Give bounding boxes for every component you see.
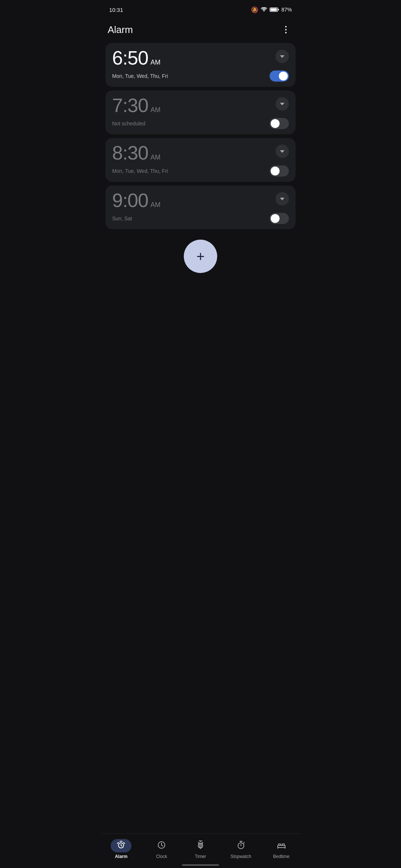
alarm-card-2-top: 7:30 AM: [112, 96, 289, 115]
alarm-expand-btn-2[interactable]: [276, 97, 289, 111]
alarm-toggle-4[interactable]: [270, 213, 289, 224]
nav-item-stopwatch[interactable]: Stopwatch: [227, 838, 255, 861]
bedtime-icon: [277, 841, 286, 851]
nav-timer-icon-wrap: [192, 839, 209, 852]
home-indicator: [182, 864, 219, 866]
nav-clock-icon-wrap: [153, 839, 170, 852]
nav-clock-label: Clock: [156, 854, 167, 859]
alarm-toggle-1[interactable]: [270, 70, 289, 82]
alarm-days-1: Mon, Tue, Wed, Thu, Fri: [112, 73, 168, 79]
wifi-icon: [261, 7, 267, 12]
alarm-time-row-2: 7:30 AM: [112, 96, 160, 115]
timer-icon: [196, 841, 205, 851]
alarm-time-row-4: 9:00 AM: [112, 191, 160, 210]
chevron-down-icon-4: [280, 198, 284, 200]
alarm-time-3: 8:30: [112, 143, 148, 162]
alarm-toggle-2[interactable]: [270, 118, 289, 129]
alarm-ampm-1: AM: [150, 59, 160, 66]
nav-item-alarm[interactable]: Alarm: [107, 838, 135, 861]
toggle-thumb-3: [271, 167, 280, 175]
alarm-expand-btn-1[interactable]: [276, 50, 289, 63]
alarm-card-4: 9:00 AM Sun, Sat: [105, 185, 296, 229]
alarm-card-1-bottom: Mon, Tue, Wed, Thu, Fri: [112, 70, 289, 82]
battery-percent: 87%: [281, 7, 292, 13]
svg-rect-8: [278, 844, 281, 845]
add-alarm-button[interactable]: +: [184, 240, 217, 273]
alarm-icon: [117, 841, 125, 851]
alarms-list: 6:50 AM Mon, Tue, Wed, Thu, Fri 7:30 AM: [100, 43, 301, 229]
alarm-time-4: 9:00: [112, 191, 148, 210]
more-dot-1: [285, 26, 287, 27]
alarm-expand-btn-3[interactable]: [276, 145, 289, 158]
alarm-toggle-3[interactable]: [270, 165, 289, 177]
nav-bedtime-icon-wrap: [273, 839, 290, 852]
alarm-days-4: Sun, Sat: [112, 216, 132, 221]
chevron-down-icon-2: [280, 103, 284, 105]
alarm-card-4-bottom: Sun, Sat: [112, 213, 289, 224]
chevron-down-icon-3: [280, 150, 284, 153]
alarm-card-2-bottom: Not scheduled: [112, 118, 289, 129]
add-icon: +: [196, 249, 205, 263]
svg-rect-9: [282, 844, 284, 845]
alarm-days-3: Mon, Tue, Wed, Thu, Fri: [112, 168, 168, 174]
toggle-thumb-2: [271, 119, 280, 128]
alarm-card-1-top: 6:50 AM: [112, 48, 289, 68]
alarm-time-1: 6:50: [112, 48, 148, 68]
fab-container: +: [100, 229, 301, 280]
app-header: Alarm: [100, 18, 301, 43]
alarm-ampm-2: AM: [150, 106, 160, 114]
bottom-spacer: [100, 280, 301, 318]
alarm-time-row-3: 8:30 AM: [112, 143, 160, 162]
alarm-card-2: 7:30 AM Not scheduled: [105, 91, 296, 134]
more-menu-button[interactable]: [278, 22, 293, 37]
toggle-thumb-4: [271, 214, 280, 223]
nav-item-timer[interactable]: Timer: [188, 838, 213, 861]
alarm-time-row-1: 6:50 AM: [112, 48, 160, 68]
bottom-nav: Alarm Clock: [100, 834, 301, 868]
alarm-ampm-3: AM: [150, 154, 160, 161]
nav-stopwatch-label: Stopwatch: [231, 854, 251, 859]
alarm-card-4-top: 9:00 AM: [112, 191, 289, 210]
status-time: 10:31: [109, 7, 123, 13]
battery-icon: [270, 7, 279, 12]
alarm-time-2: 7:30: [112, 96, 148, 115]
nav-item-clock[interactable]: Clock: [149, 838, 174, 861]
nav-timer-label: Timer: [195, 854, 206, 859]
status-bar: 10:31 🔕 87%: [100, 0, 301, 18]
alarm-card-3: 8:30 AM Mon, Tue, Wed, Thu, Fri: [105, 138, 296, 182]
stopwatch-icon: [237, 841, 245, 851]
mute-icon: 🔕: [251, 6, 258, 13]
alarm-card-3-top: 8:30 AM: [112, 143, 289, 162]
toggle-thumb-1: [279, 72, 288, 80]
nav-stopwatch-icon-wrap: [232, 839, 250, 852]
nav-alarm-icon-wrap: [111, 839, 131, 852]
svg-rect-2: [270, 9, 277, 11]
svg-rect-1: [278, 9, 279, 10]
nav-item-bedtime[interactable]: Bedtime: [269, 838, 294, 861]
more-dot-3: [285, 32, 287, 33]
alarm-card-1: 6:50 AM Mon, Tue, Wed, Thu, Fri: [105, 43, 296, 87]
alarm-days-2: Not scheduled: [112, 121, 146, 126]
alarm-expand-btn-4[interactable]: [276, 192, 289, 206]
alarm-ampm-4: AM: [150, 201, 160, 209]
alarm-card-3-bottom: Mon, Tue, Wed, Thu, Fri: [112, 165, 289, 177]
nav-bedtime-label: Bedtime: [273, 854, 290, 859]
app-title: Alarm: [108, 24, 133, 36]
nav-alarm-label: Alarm: [115, 854, 127, 859]
clock-icon: [157, 841, 166, 851]
status-icons: 🔕 87%: [251, 6, 292, 13]
more-dot-2: [285, 29, 287, 30]
chevron-down-icon-1: [280, 55, 284, 58]
